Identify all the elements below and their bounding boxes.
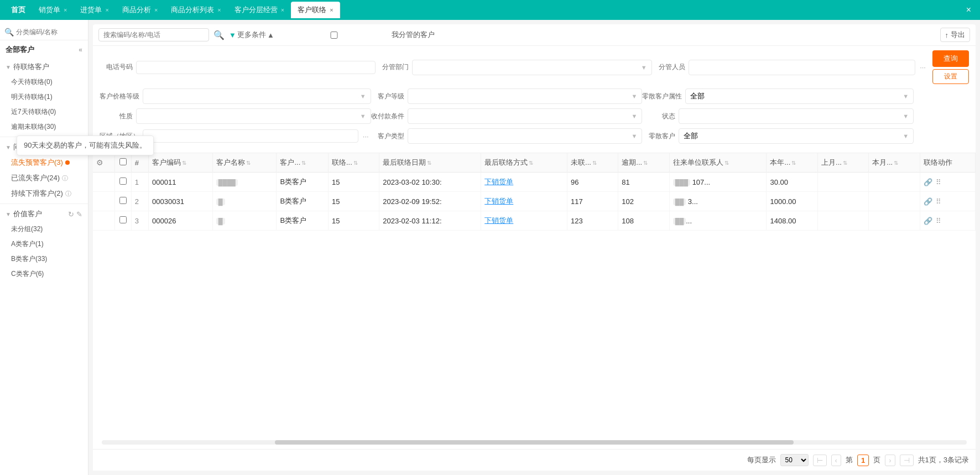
payment-select[interactable]: ▼ bbox=[408, 108, 643, 124]
row3-last-way[interactable]: 下销货单 bbox=[481, 211, 567, 231]
sidebar-section-pending[interactable]: ▼ 待联络客户 bbox=[0, 59, 88, 75]
close-link-icon[interactable]: × bbox=[330, 7, 333, 13]
tab-customer-tier[interactable]: 客户分层经营 × bbox=[228, 2, 291, 18]
search-input[interactable] bbox=[98, 28, 209, 41]
sidebar-item-b-class[interactable]: B类客户(33) bbox=[0, 252, 88, 267]
per-page-select[interactable]: 50 20 100 bbox=[780, 454, 809, 466]
row1-last-way[interactable]: 下销货单 bbox=[481, 173, 567, 192]
row1-action-more-icon[interactable]: ⠿ bbox=[936, 178, 941, 186]
code-col[interactable]: 客户编码⇅ bbox=[149, 153, 213, 173]
value-refresh-icon[interactable]: ↻ bbox=[68, 210, 74, 218]
overdue-col[interactable]: 逾期...⇅ bbox=[618, 153, 669, 173]
name-col[interactable]: 客户名称⇅ bbox=[212, 153, 277, 173]
sidebar-item-no-group[interactable]: 未分组(32) bbox=[0, 222, 88, 237]
row3-action-more-icon[interactable]: ⠿ bbox=[936, 217, 941, 225]
row2-action-more-icon[interactable]: ⠿ bbox=[936, 197, 941, 206]
close-purchase-icon[interactable]: × bbox=[105, 7, 108, 13]
type-col[interactable]: 客户...⇅ bbox=[277, 153, 329, 173]
sidebar-item-lost[interactable]: 已流失客户(24) ⓘ bbox=[0, 170, 88, 186]
this-month-col[interactable]: 本月...⇅ bbox=[869, 153, 920, 173]
last-page-button[interactable]: ⊣ bbox=[900, 455, 914, 466]
prev-page-button[interactable]: ‹ bbox=[831, 455, 841, 466]
row3-year: 1408.00 bbox=[767, 211, 818, 231]
sidebar-item-week[interactable]: 近7天待联络(0) bbox=[0, 105, 88, 119]
row1-check[interactable] bbox=[114, 173, 131, 192]
last-month-col[interactable]: 上月...⇅ bbox=[818, 153, 869, 173]
next-page-button[interactable]: › bbox=[885, 455, 895, 466]
row2-action-link-icon[interactable]: 🔗 bbox=[924, 197, 932, 206]
gear-col[interactable]: ⚙ bbox=[93, 153, 114, 173]
row1-action-link-icon[interactable]: 🔗 bbox=[924, 178, 932, 186]
my-customers-checkbox[interactable] bbox=[279, 32, 389, 39]
table-row: 3 000026 █ B类客户 15 2023-02-03 11:12: 下销货… bbox=[93, 211, 976, 231]
scroll-track[interactable] bbox=[102, 440, 967, 445]
phone-input[interactable] bbox=[136, 61, 376, 74]
more-filters-button[interactable]: ▼ 更多条件 ▲ bbox=[229, 30, 274, 40]
dept-select[interactable]: ▼ bbox=[412, 60, 651, 75]
sidebar-section-value[interactable]: ▼ 价值客户 ↻ ✎ bbox=[0, 206, 88, 222]
region-dots[interactable]: ··· bbox=[361, 132, 371, 140]
row2-last-way[interactable]: 下销货单 bbox=[481, 192, 567, 211]
scatter-select[interactable]: 全部 ▼ bbox=[679, 128, 914, 144]
scatter-label: 零散客户 bbox=[642, 132, 675, 141]
unit-contact-col[interactable]: 往来单位联系人⇅ bbox=[669, 153, 767, 173]
sidebar-item-declining[interactable]: 持续下滑客户(2) ⓘ bbox=[0, 186, 88, 201]
close-analysis-icon[interactable]: × bbox=[154, 7, 158, 13]
scroll-thumb[interactable] bbox=[275, 440, 794, 445]
total-label: 页 bbox=[873, 455, 880, 465]
sidebar-item-loss-risk[interactable]: 流失预警客户(3) bbox=[0, 155, 88, 170]
region-input[interactable] bbox=[143, 129, 358, 143]
row2-checkbox[interactable] bbox=[119, 197, 127, 204]
year-col[interactable]: 本年...⇅ bbox=[767, 153, 818, 173]
export-button[interactable]: ↑ 导出 bbox=[940, 28, 971, 42]
per-page-label: 每页显示 bbox=[747, 455, 776, 465]
uncontact-col[interactable]: 未联...⇅ bbox=[567, 153, 618, 173]
problem-expand-icon: ▼ bbox=[6, 144, 11, 150]
sidebar-item-c-class[interactable]: C类客户(6) bbox=[0, 267, 88, 281]
close-tier-icon[interactable]: × bbox=[281, 7, 284, 13]
person-dots[interactable]: ··· bbox=[918, 63, 928, 71]
last-date-col[interactable]: 最后联络日期⇅ bbox=[379, 153, 481, 173]
horizontal-scrollbar[interactable] bbox=[93, 436, 976, 449]
first-page-button[interactable]: ⊢ bbox=[813, 455, 827, 466]
row3-action-link-icon[interactable]: 🔗 bbox=[924, 217, 932, 225]
contact-col[interactable]: 联络...⇅ bbox=[328, 153, 379, 173]
tab-analysis[interactable]: 商品分析 × bbox=[116, 2, 164, 18]
tab-customer-link[interactable]: 客户联络 × bbox=[291, 2, 340, 18]
close-all-button[interactable]: × bbox=[962, 3, 976, 17]
customer-tier-arrow: ▼ bbox=[631, 93, 637, 100]
nature-select[interactable]: ▼ bbox=[136, 108, 371, 124]
last-way-col[interactable]: 最后联络方式⇅ bbox=[481, 153, 567, 173]
sidebar-item-tomorrow[interactable]: 明天待联络(1) bbox=[0, 90, 88, 105]
tab-home[interactable]: 首页 bbox=[4, 2, 32, 18]
settings-button[interactable]: 设置 bbox=[932, 69, 969, 84]
sidebar-item-overdue[interactable]: 逾期未联络(30) bbox=[0, 119, 88, 134]
tab-sales[interactable]: 销货单 × bbox=[32, 2, 74, 18]
select-all-checkbox[interactable] bbox=[119, 158, 127, 165]
payment-label: 收付款条件 bbox=[371, 112, 404, 121]
value-edit-icon[interactable]: ✎ bbox=[76, 210, 82, 218]
close-sales-icon[interactable]: × bbox=[64, 7, 67, 13]
sidebar-item-a-class[interactable]: A类客户(1) bbox=[0, 237, 88, 252]
person-select[interactable] bbox=[689, 60, 915, 75]
scatter-attr-select[interactable]: 全部 ▼ bbox=[685, 88, 914, 104]
search-button[interactable]: 🔍 bbox=[213, 30, 225, 40]
row2-last-month bbox=[818, 192, 869, 211]
status-select[interactable]: ▼ bbox=[679, 108, 914, 124]
customer-tier-select[interactable]: ▼ bbox=[408, 88, 643, 104]
close-analysis-list-icon[interactable]: × bbox=[217, 7, 221, 13]
price-tier-select[interactable]: ▼ bbox=[143, 88, 371, 104]
sidebar-root[interactable]: 全部客户 « bbox=[0, 40, 88, 59]
tab-analysis-list[interactable]: 商品分析列表 × bbox=[164, 2, 227, 18]
row3-checkbox[interactable] bbox=[119, 216, 127, 223]
row2-check[interactable] bbox=[114, 192, 131, 211]
sidebar-item-today[interactable]: 今天待联络(0) bbox=[0, 75, 88, 90]
row1-checkbox[interactable] bbox=[119, 178, 127, 185]
tab-purchase[interactable]: 进货单 × bbox=[74, 2, 115, 18]
my-customers-label[interactable]: 我分管的客户 bbox=[279, 30, 435, 40]
filter-cell-payment: 收付款条件 ▼ bbox=[371, 108, 643, 124]
sidebar-search-input[interactable] bbox=[16, 28, 88, 36]
row3-check[interactable] bbox=[114, 211, 131, 231]
customer-type-select[interactable]: ▼ bbox=[408, 128, 643, 144]
query-button[interactable]: 查询 bbox=[932, 50, 969, 67]
